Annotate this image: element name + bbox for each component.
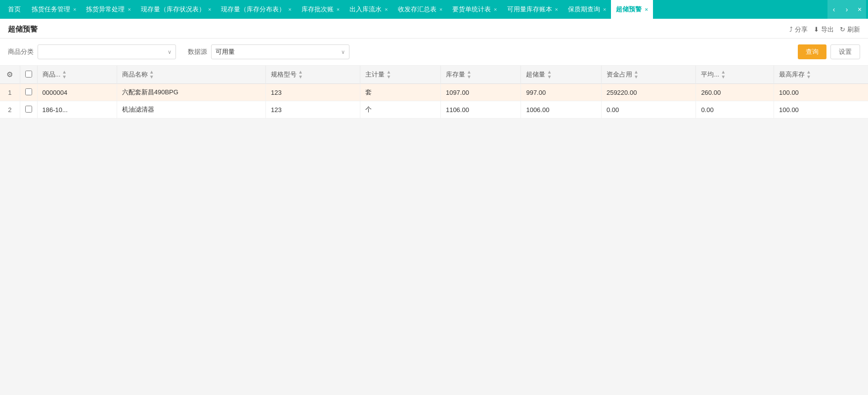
sort-goods-code[interactable]: 商品... ▲▼: [43, 70, 67, 79]
close-tab-2-icon[interactable]: ×: [128, 6, 130, 12]
sort-spec[interactable]: 规格型号 ▲▼: [271, 70, 303, 79]
sort-unit[interactable]: 主计量 ▲▼: [365, 70, 391, 79]
close-tab-11-icon[interactable]: ×: [645, 6, 648, 12]
tab-8[interactable]: 要货单统计表 ×: [447, 0, 502, 19]
close-tab-8-icon[interactable]: ×: [494, 6, 497, 12]
th-overstock[interactable]: 超储量 ▲▼: [521, 66, 602, 84]
row-unit: 套: [360, 84, 441, 101]
close-tab-5-icon[interactable]: ×: [337, 6, 340, 12]
th-gear[interactable]: ⚙: [0, 66, 20, 84]
sort-icon-avg: ▲▼: [721, 70, 726, 79]
nav-bar: 首页 拣货任务管理 × 拣货异常处理 × 现存量（库存状况表） × 现存量（库存…: [0, 0, 868, 19]
row-max-stock: 100.00: [774, 84, 868, 101]
select-all-checkbox[interactable]: [25, 71, 32, 78]
tab-10[interactable]: 保质期查询 ×: [563, 0, 611, 19]
th-capital[interactable]: 资金占用 ▲▼: [601, 66, 695, 84]
th-max-stock[interactable]: 最高库存 ▲▼: [774, 66, 868, 84]
share-button[interactable]: ⤴ 分享: [789, 25, 808, 34]
close-tab-7-icon[interactable]: ×: [439, 6, 442, 12]
page-actions: ⤴ 分享 ⬇ 导出 ↻ 刷新: [789, 25, 860, 34]
close-tab-10-icon[interactable]: ×: [603, 6, 606, 12]
th-stock[interactable]: 库存量 ▲▼: [440, 66, 521, 84]
main-table: ⚙ 商品... ▲▼ 商品名称 ▲▼: [0, 66, 868, 118]
sort-overstock[interactable]: 超储量 ▲▼: [526, 70, 552, 79]
share-icon: ⤴: [789, 26, 793, 33]
row-stock: 1106.00: [440, 101, 521, 118]
sort-capital[interactable]: 资金占用 ▲▼: [607, 70, 639, 79]
tab-2[interactable]: 拣货异常处理 ×: [81, 0, 135, 19]
export-icon: ⬇: [814, 26, 819, 33]
settings-button[interactable]: 设置: [830, 44, 860, 59]
row-overstock: 1006.00: [521, 101, 602, 118]
filter-buttons: 查询 设置: [798, 44, 860, 59]
nav-next-button[interactable]: ›: [840, 0, 853, 19]
sort-icon-max-stock: ▲▼: [806, 70, 811, 79]
row-avg: 260.00: [696, 84, 774, 101]
category-chevron-icon: ∨: [168, 49, 172, 55]
tab-7[interactable]: 收发存汇总表 ×: [393, 0, 447, 19]
sort-icon-overstock: ▲▼: [547, 70, 552, 79]
tab-9[interactable]: 可用量库存账本 ×: [502, 0, 563, 19]
nav-close-button[interactable]: ×: [853, 0, 866, 19]
close-tab-4-icon[interactable]: ×: [288, 6, 291, 12]
export-button[interactable]: ⬇ 导出: [814, 25, 834, 34]
sort-goods-name[interactable]: 商品名称 ▲▼: [122, 70, 154, 79]
nav-prev-button[interactable]: ‹: [827, 0, 840, 19]
page-container: 超储预警 ⤴ 分享 ⬇ 导出 ↻ 刷新 商品分类 ∨ 数据源: [0, 19, 868, 118]
filter-bar: 商品分类 ∨ 数据源 可用量 ∨ 查询 设置: [0, 39, 868, 66]
datasource-label: 数据源: [188, 47, 207, 56]
close-tab-3-icon[interactable]: ×: [208, 6, 211, 12]
tab-5[interactable]: 库存批次账 ×: [297, 0, 345, 19]
sort-stock[interactable]: 库存量 ▲▼: [446, 70, 472, 79]
sort-max-stock[interactable]: 最高库存 ▲▼: [779, 70, 811, 79]
sort-icon-spec: ▲▼: [298, 70, 303, 79]
row-spec: 123: [265, 84, 360, 101]
category-filter-group: 商品分类 ∨: [8, 44, 176, 59]
gear-icon[interactable]: ⚙: [6, 70, 13, 79]
row-spec: 123: [265, 101, 360, 118]
page-title: 超储预警: [8, 25, 38, 34]
nav-home[interactable]: 首页: [2, 0, 27, 19]
close-tab-6-icon[interactable]: ×: [385, 6, 388, 12]
sort-icon-capital: ▲▼: [634, 70, 639, 79]
sort-icon-unit: ▲▼: [386, 70, 391, 79]
row-capital: 259220.00: [601, 84, 695, 101]
sort-avg[interactable]: 平均... ▲▼: [701, 70, 726, 79]
th-avg[interactable]: 平均... ▲▼: [696, 66, 774, 84]
th-spec[interactable]: 规格型号 ▲▼: [265, 66, 360, 84]
table-container: ⚙ 商品... ▲▼ 商品名称 ▲▼: [0, 66, 868, 118]
row-index: 1: [0, 84, 20, 101]
tab-1[interactable]: 拣货任务管理 ×: [27, 0, 81, 19]
row-avg: 0.00: [696, 101, 774, 118]
tab-3[interactable]: 现存量（库存状况表） ×: [136, 0, 216, 19]
close-tab-9-icon[interactable]: ×: [555, 6, 558, 12]
tab-11[interactable]: 超储预警 ×: [611, 0, 652, 19]
row-goods-name: 六配套新昌490BPG: [117, 84, 265, 101]
close-tab-1-icon[interactable]: ×: [73, 6, 76, 12]
datasource-select-value: 可用量: [216, 47, 235, 56]
row-goods-code: 0000004: [37, 84, 117, 101]
refresh-button[interactable]: ↻ 刷新: [840, 25, 860, 34]
th-goods-name[interactable]: 商品名称 ▲▼: [117, 66, 265, 84]
sort-icon-goods-name: ▲▼: [149, 70, 154, 79]
query-button[interactable]: 查询: [798, 44, 826, 59]
sort-icon-goods-code: ▲▼: [62, 70, 67, 79]
row-checkbox[interactable]: [25, 88, 32, 95]
datasource-select[interactable]: 可用量 ∨: [211, 44, 349, 59]
row-checkbox[interactable]: [25, 106, 32, 113]
sort-icon-stock: ▲▼: [467, 70, 472, 79]
row-overstock: 997.00: [521, 84, 602, 101]
row-index: 2: [0, 101, 20, 118]
th-unit[interactable]: 主计量 ▲▼: [360, 66, 441, 84]
table-row: 1 0000004 六配套新昌490BPG 123 套 1097.00 997.…: [0, 84, 868, 101]
th-goods-code[interactable]: 商品... ▲▼: [37, 66, 117, 84]
datasource-chevron-icon: ∨: [341, 49, 345, 55]
category-select[interactable]: ∨: [38, 44, 176, 59]
datasource-filter-group: 数据源 可用量 ∨: [188, 44, 349, 59]
row-checkbox-cell: [20, 84, 37, 101]
row-checkbox-cell: [20, 101, 37, 118]
tab-6[interactable]: 出入库流水 ×: [345, 0, 392, 19]
tab-4[interactable]: 现存量（库存分布表） ×: [216, 0, 296, 19]
th-checkbox: [20, 66, 37, 84]
row-goods-code: 186-10...: [37, 101, 117, 118]
